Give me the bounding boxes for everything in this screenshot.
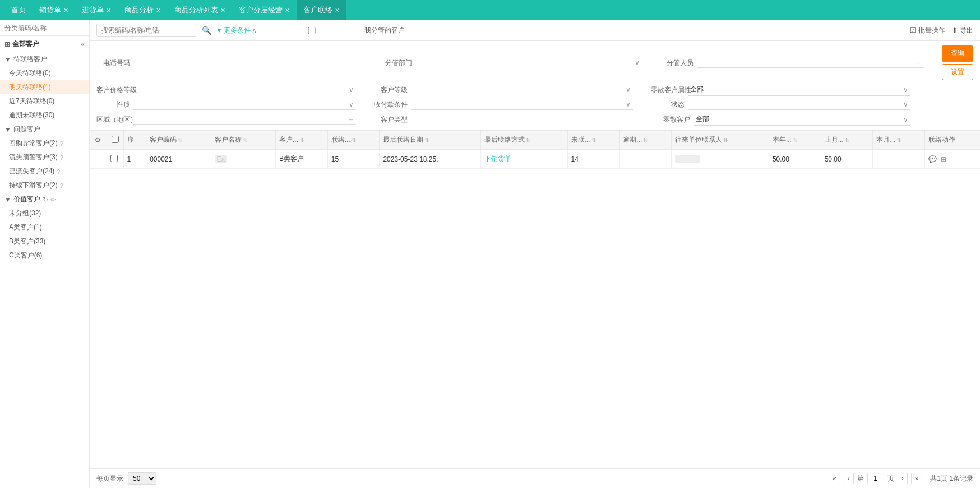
nav-home[interactable]: 首页	[4, 0, 33, 20]
help-icon-2[interactable]: ?	[57, 168, 60, 175]
last-page-button[interactable]: »	[911, 473, 923, 484]
status-select[interactable]: ∨	[688, 99, 910, 110]
price-level-select[interactable]: ∨	[133, 85, 356, 95]
my-customer-checkbox[interactable]	[261, 27, 362, 34]
contact-action-icon[interactable]: 💬	[928, 155, 937, 163]
th-settings[interactable]: ⚙	[90, 131, 107, 150]
region-more-icon: ···	[349, 116, 354, 123]
row-checkbox-1[interactable]	[110, 155, 118, 162]
export-button[interactable]: ⬆ 导出	[952, 26, 973, 35]
prev-page-button[interactable]: ‹	[844, 473, 854, 484]
phone-input[interactable]	[133, 58, 360, 68]
sidebar-item-today-pending[interactable]: 今天待联络(0)	[0, 66, 89, 80]
sidebar-pending-group-title[interactable]: ▼ 待联络客户	[0, 52, 89, 66]
th-name[interactable]: 客户名称⇅	[211, 131, 275, 150]
th-last-month[interactable]: 上月...⇅	[821, 131, 873, 150]
th-code[interactable]: 客户编码⇅	[146, 131, 211, 150]
nav-close-product-analysis[interactable]: ✕	[156, 7, 161, 14]
sidebar-problem-group-title[interactable]: ▼ 问题客户	[0, 122, 89, 136]
nav-close-product-analysis-list[interactable]: ✕	[220, 7, 225, 14]
help-icon-3[interactable]: ?	[60, 182, 63, 189]
retail-customer-select[interactable]: 全部 ∨	[694, 113, 910, 126]
nav-product-analysis[interactable]: 商品分析 ✕	[118, 0, 168, 20]
th-action: 联络动作	[925, 131, 980, 150]
sidebar-item-class-a[interactable]: A类客户(1)	[0, 220, 89, 234]
person-select[interactable]: ···	[697, 58, 924, 68]
more-filter-button[interactable]: ▼ 更多条件 ∧	[216, 26, 257, 35]
help-icon-0[interactable]: ?	[60, 140, 63, 147]
sidebar-item-repurchase-abnormal[interactable]: 回购异常客户(2) ?	[0, 136, 89, 150]
search-input[interactable]	[96, 24, 197, 37]
total-records: 共1页 1条记录	[930, 474, 973, 484]
nav-close-customer-contact[interactable]: ✕	[335, 7, 340, 14]
query-button[interactable]: 查询	[942, 45, 973, 62]
gender-select[interactable]: ∨	[133, 99, 356, 110]
sidebar-item-class-c[interactable]: C类客户(6)	[0, 248, 89, 263]
sidebar-all-customers[interactable]: ⊞ 全部客户 «	[0, 36, 89, 52]
filter-bar: 🔍 ▼ 更多条件 ∧ 我分管的客户 ☑ 批量操作 ⬆ 导出	[90, 20, 980, 41]
th-last-method[interactable]: 最后联络方式⇅	[481, 131, 567, 150]
th-type[interactable]: 客户...⇅	[276, 131, 328, 150]
reset-button[interactable]: 设置	[942, 64, 973, 80]
first-page-button[interactable]: «	[829, 473, 840, 484]
payment-select[interactable]: ∨	[411, 99, 634, 110]
td-this-year: 50.00	[769, 150, 821, 169]
customers-table: ⚙ 序 客户编码⇅ 客户名称⇅ 客户...⇅ 联络...⇅ 最后联络日期⇅ 最后…	[90, 131, 980, 169]
more-action-icon[interactable]: ⊞	[941, 155, 946, 163]
nav-purchase-order[interactable]: 进货单 ✕	[75, 0, 118, 20]
sidebar-item-declining[interactable]: 持续下滑客户(2) ?	[0, 178, 89, 192]
region-select[interactable]: ···	[133, 115, 356, 125]
sidebar-item-unclassified[interactable]: 未分组(32)	[0, 206, 89, 220]
sidebar-item-tomorrow-pending[interactable]: 明天待联络(1)	[0, 80, 89, 94]
sidebar-item-7day-pending[interactable]: 近7天待联络(0)	[0, 94, 89, 108]
sidebar-value-group-title[interactable]: ▼ 价值客户 ↻ ✏	[0, 192, 89, 206]
search-button[interactable]: 🔍	[202, 26, 211, 35]
sidebar-search-input[interactable]	[4, 24, 89, 32]
th-last-date[interactable]: 最后联络日期⇅	[380, 131, 481, 150]
content-area: 🔍 ▼ 更多条件 ∧ 我分管的客户 ☑ 批量操作 ⬆ 导出	[90, 20, 980, 488]
page-input[interactable]	[867, 473, 884, 484]
nav-close-purchase-order[interactable]: ✕	[106, 7, 111, 14]
retail-customer-caret: ∨	[903, 116, 908, 123]
td-last-month: 50.00	[821, 150, 873, 169]
sidebar-item-churned[interactable]: 已流失客户(24) ?	[0, 164, 89, 178]
customer-level-caret: ∨	[626, 86, 631, 94]
th-no-contact[interactable]: 未联...⇅	[567, 131, 620, 150]
nav-product-analysis-list[interactable]: 商品分析列表 ✕	[168, 0, 232, 20]
th-this-month[interactable]: 本月...⇅	[873, 131, 925, 150]
per-page-select[interactable]: 50 10 20 100	[128, 472, 156, 485]
next-page-button[interactable]: ›	[898, 473, 908, 484]
nav-customer-segment[interactable]: 客户分层经营 ✕	[232, 0, 297, 20]
th-contacts[interactable]: 联络...⇅	[327, 131, 380, 150]
nav-customer-contact[interactable]: 客户联络 ✕	[297, 0, 346, 20]
top-nav: 首页 销货单 ✕ 进货单 ✕ 商品分析 ✕ 商品分析列表 ✕ 客户分层经营 ✕ …	[0, 0, 980, 20]
table-row: 1 000021 Ea B类客户 15 2023-05-23 18:25: 下销…	[90, 150, 980, 169]
filter-row-4: 区域（地区） ··· 客户类型 零散客户 全部 ∨	[96, 113, 973, 126]
th-company-contact[interactable]: 往来单位联系人⇅	[671, 131, 769, 150]
sidebar-item-overdue[interactable]: 逾期未联络(30)	[0, 108, 89, 122]
value-edit-icon[interactable]: ✏	[50, 196, 56, 204]
customer-type-select[interactable]	[411, 118, 634, 121]
nav-close-sales-order[interactable]: ✕	[63, 7, 68, 14]
th-this-year[interactable]: 本年...⇅	[769, 131, 821, 150]
retail-attr-select[interactable]: 全部 ∨	[688, 84, 910, 96]
gender-label: 性质	[96, 100, 130, 109]
batch-action-button[interactable]: ☑ 批量操作	[910, 26, 945, 35]
sidebar-item-class-b[interactable]: B类客户(33)	[0, 234, 89, 248]
filter-customer-level-field: 客户等级 ∨	[374, 85, 634, 95]
th-checkbox[interactable]	[107, 131, 123, 150]
retail-customer-value: 全部	[696, 114, 709, 124]
help-icon-1[interactable]: ?	[60, 154, 63, 161]
sidebar-item-churn-warning[interactable]: 流失预警客户(3) ?	[0, 150, 89, 164]
select-all-checkbox[interactable]	[112, 136, 119, 143]
value-refresh-icon[interactable]: ↻	[43, 196, 48, 204]
dept-select[interactable]: ∨	[415, 58, 642, 68]
table-container: ⚙ 序 客户编码⇅ 客户名称⇅ 客户...⇅ 联络...⇅ 最后联络日期⇅ 最后…	[90, 131, 980, 468]
last-method-link[interactable]: 下销货单	[484, 155, 511, 163]
page-label: 第	[857, 474, 864, 484]
customer-level-select[interactable]: ∨	[411, 85, 634, 95]
nav-sales-order[interactable]: 销货单 ✕	[33, 0, 75, 20]
nav-close-customer-segment[interactable]: ✕	[285, 7, 290, 14]
th-overdue[interactable]: 逾期...⇅	[620, 131, 672, 150]
retail-attr-label: 零散客户属性	[651, 85, 685, 95]
